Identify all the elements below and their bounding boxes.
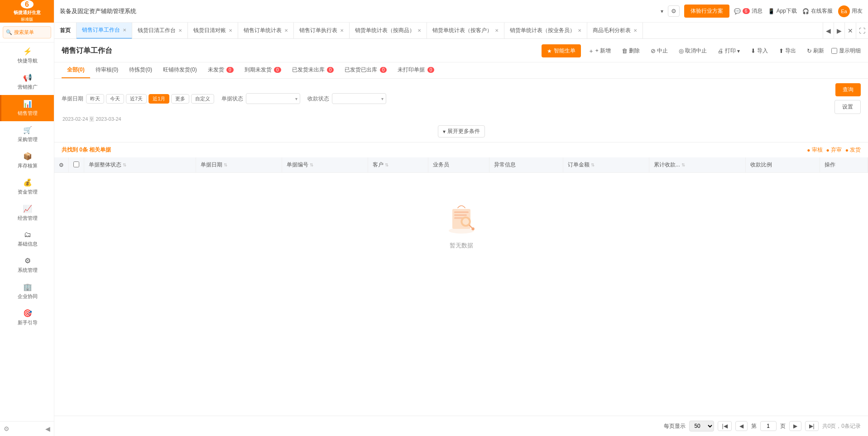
tab-close-icon-2[interactable]: ✕ [178, 28, 182, 33]
date-7days-button[interactable]: 近7天 [126, 94, 147, 104]
date-today-button[interactable]: 今天 [106, 94, 124, 104]
tab-close-icon-6[interactable]: ✕ [417, 28, 421, 33]
sidebar-item-inventory[interactable]: 📦 库存核算 [0, 147, 54, 174]
sub-tab-shipped-no-out[interactable]: 已发货未出库 0 [287, 62, 340, 78]
sub-tab-all[interactable]: 全部(0) [62, 62, 90, 78]
cancel-review-action-button[interactable]: ● 弃审 [826, 146, 842, 154]
tab-close-icon-4[interactable]: ✕ [284, 28, 288, 33]
delete-button[interactable]: 🗑 删除 [618, 45, 643, 57]
online-service-button[interactable]: 🎧 在线客服 [802, 7, 833, 15]
message-button[interactable]: 💬 6 消息 [734, 7, 762, 15]
query-button[interactable]: 查询 [835, 83, 861, 96]
tab-sales-stats-product[interactable]: 销货单统计表（按商品） ✕ [350, 23, 427, 39]
sidebar-item-enterprise[interactable]: 🏢 企业协同 [0, 278, 54, 304]
topbar-settings-button[interactable]: ⚙ [668, 5, 680, 17]
first-page-button[interactable]: |◀ [718, 421, 731, 431]
pause-button[interactable]: ⊘ 中止 [647, 45, 671, 57]
tab-cash-reconcile[interactable]: 钱货日清对账 ✕ [188, 23, 238, 39]
sub-tab-pending-review[interactable]: 待审核(0) [90, 62, 124, 78]
tab-close-icon-3[interactable]: ✕ [229, 28, 232, 33]
tab-product-margin[interactable]: 商品毛利分析表 ✕ [587, 23, 643, 39]
sidebar-item-purchase[interactable]: 🛒 采购管理 [0, 121, 54, 147]
set-button[interactable]: 设置 [834, 100, 861, 114]
export-button[interactable]: ⬆ 导出 [775, 45, 800, 57]
select-all-checkbox[interactable] [73, 161, 79, 167]
payment-select[interactable] [332, 93, 386, 104]
next-page-button[interactable]: ▶ [789, 421, 801, 431]
tab-close-icon-8[interactable]: ✕ [578, 28, 581, 33]
ship-action-button[interactable]: ● 发货 [845, 146, 861, 154]
amount-sort-icon[interactable]: ⇅ [591, 162, 595, 167]
received-sort-icon[interactable]: ⇅ [681, 162, 685, 167]
tab-cash-daily[interactable]: 钱货日清工作台 ✕ [132, 23, 188, 39]
tab-prev-button[interactable]: ◀ [823, 23, 834, 39]
status-sort-icon[interactable]: ⇅ [123, 162, 126, 167]
last-page-button[interactable]: ▶| [805, 421, 819, 431]
svg-rect-2 [454, 212, 469, 213]
sidebar-item-quick-nav[interactable]: ⚡ 快捷导航 [0, 43, 54, 69]
sidebar-item-marketing[interactable]: 📢 营销推广 [0, 69, 54, 95]
add-button[interactable]: ＋ + 新增 [585, 45, 614, 57]
refresh-button[interactable]: ↻ 刷新 [803, 45, 828, 57]
date-yesterday-button[interactable]: 昨天 [86, 94, 104, 104]
show-details-input[interactable] [831, 48, 837, 54]
tab-close-icon-5[interactable]: ✕ [340, 28, 344, 33]
settings-column-icon[interactable]: ⚙ [59, 162, 64, 168]
date-more-button[interactable]: 更多 [171, 94, 189, 104]
sub-tab-unprinted[interactable]: 未打印单据 0 [392, 62, 440, 78]
tab-home[interactable]: 首页 [54, 23, 77, 39]
tab-close-all-button[interactable]: ✕ [844, 23, 856, 39]
tab-sales-stats-staff[interactable]: 销货单统计表（按业务员） ✕ [504, 23, 587, 39]
sidebar-item-finance[interactable]: 💰 资金管理 [0, 174, 54, 200]
tab-expand-button[interactable]: ⛶ [856, 23, 868, 39]
page-number-input[interactable] [760, 421, 777, 431]
import-button[interactable]: ⬇ 导入 [747, 45, 772, 57]
payment-filter: 收款状态 [307, 93, 386, 104]
sub-tab-unshipped[interactable]: 未发货 0 [202, 62, 239, 78]
prev-page-button[interactable]: ◀ [735, 421, 748, 431]
sidebar-item-sales[interactable]: 📊 销售管理 [0, 95, 54, 121]
tab-sales-order-stats[interactable]: 销售订单统计表 ✕ [238, 23, 294, 39]
tab-close-icon-9[interactable]: ✕ [633, 28, 637, 33]
date-1month-button[interactable]: 近1月 [149, 94, 169, 104]
print-button[interactable]: 🖨 打印 ▾ [714, 45, 743, 57]
tab-sales-order-exec[interactable]: 销售订单执行表 ✕ [294, 23, 350, 39]
sub-tab-shipped-out[interactable]: 已发货已出库 0 [339, 62, 392, 78]
industry-solution-button[interactable]: 体验行业方案 [684, 5, 729, 18]
per-page-select[interactable]: 50 100 200 [689, 421, 714, 431]
tab-next-button[interactable]: ▶ [834, 23, 844, 39]
tab-close-icon-7[interactable]: ✕ [495, 28, 499, 33]
sub-tab-overdue-unshipped[interactable]: 到期未发货 0 [239, 62, 287, 78]
topbar: 装备及固定资产辅助管理系统 ▾ ⚙ 体验行业方案 💬 6 消息 📱 App下载 … [54, 0, 868, 23]
sidebar-item-guide[interactable]: 🎯 新手引导 [0, 304, 54, 331]
smart-order-button[interactable]: ★ 智能生单 [542, 44, 581, 57]
tab-close-icon[interactable]: ✕ [123, 28, 126, 33]
sub-tab-wangpu[interactable]: 旺铺待发货(0) [158, 62, 202, 78]
app-download-button[interactable]: 📱 App下载 [768, 7, 797, 15]
sidebar-item-system[interactable]: ⚙ 系统管理 [0, 252, 54, 278]
search-menu-button[interactable]: 🔍 搜索菜单 [3, 26, 51, 38]
system-dropdown-button[interactable]: ▾ [661, 8, 663, 14]
customer-sort-icon[interactable]: ⇅ [385, 162, 388, 167]
settings-bottom-icon[interactable]: ⚙ [4, 425, 10, 432]
tab-sales-order-workbench[interactable]: 销售订单工作台 ✕ [77, 23, 132, 39]
sub-tab-pending-inspect[interactable]: 待拣货(0) [124, 62, 158, 78]
date-sort-icon[interactable]: ⇅ [224, 162, 227, 167]
number-sort-icon[interactable]: ⇅ [310, 162, 313, 167]
sidebar-item-operations[interactable]: 📈 经营管理 [0, 200, 54, 226]
overdue-badge: 0 [274, 67, 281, 73]
cancel-pause-button[interactable]: ◎ 取消中止 [675, 45, 710, 57]
show-details-checkbox[interactable]: 显示明细 [831, 47, 861, 55]
enterprise-icon: 🏢 [23, 283, 32, 291]
tab-sales-stats-customer[interactable]: 销货单统计表（按客户） ✕ [427, 23, 504, 39]
collapse-sidebar-icon[interactable]: ◀ [45, 425, 50, 432]
sidebar-search-area: 🔍 搜索菜单 [0, 23, 54, 43]
date-custom-button[interactable]: 自定义 [191, 94, 214, 104]
review-dot: ● [807, 147, 810, 153]
expand-down-icon: ▾ [443, 128, 446, 135]
user-menu-button[interactable]: Ea 用友 [838, 5, 863, 17]
status-select[interactable] [246, 93, 300, 104]
sidebar-item-base-info[interactable]: 🗂 基础信息 [0, 226, 54, 252]
review-action-button[interactable]: ● 审核 [807, 146, 822, 154]
expand-conditions-button[interactable]: ▾ 展开更多条件 [438, 125, 485, 137]
